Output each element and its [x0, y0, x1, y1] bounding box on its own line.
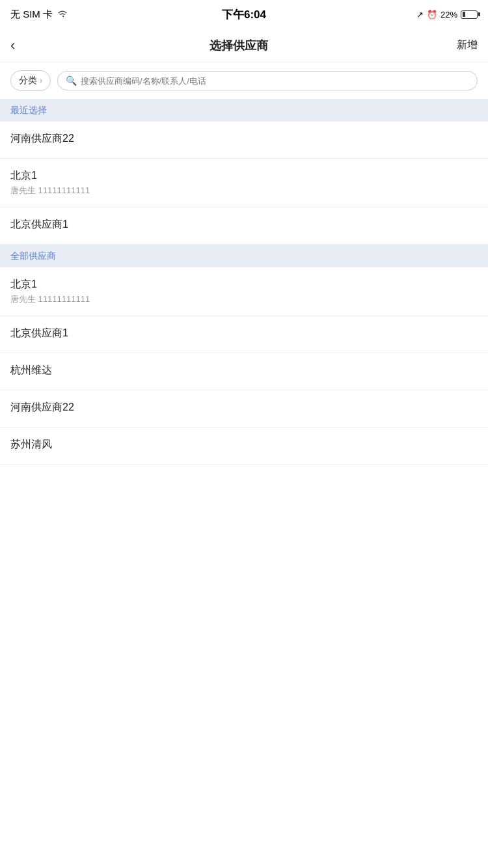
back-button[interactable]: ‹ [10, 32, 20, 59]
item-name: 苏州清风 [10, 438, 478, 452]
item-name: 河南供应商22 [10, 401, 478, 414]
item-name: 北京1 [10, 169, 478, 183]
recent-list: 河南供应商22北京1唐先生 11111111111北京供应商1 [0, 122, 488, 245]
item-sub: 唐先生 11111111111 [10, 185, 478, 197]
all-list: 北京1唐先生 11111111111北京供应商1杭州维达河南供应商22苏州清风 [0, 267, 488, 465]
recent-list-item[interactable]: 北京供应商1 [0, 208, 488, 245]
add-button[interactable]: 新增 [457, 38, 478, 52]
alarm-icon: ⏰ [427, 10, 437, 20]
chevron-right-icon: › [40, 76, 42, 85]
all-list-item[interactable]: 北京1唐先生 11111111111 [0, 267, 488, 316]
status-time: 下午6:04 [222, 7, 266, 22]
battery-icon [461, 10, 478, 19]
status-right: ↗ ⏰ 22% [416, 10, 478, 20]
item-sub: 唐先生 11111111111 [10, 293, 478, 305]
battery-percent: 22% [441, 10, 457, 20]
item-name: 杭州维达 [10, 364, 478, 377]
all-section-label: 全部供应商 [10, 251, 56, 261]
item-name: 北京供应商1 [10, 327, 478, 340]
search-input[interactable] [81, 76, 469, 86]
nav-bar: ‹ 选择供应商 新增 [0, 29, 488, 62]
page-title: 选择供应商 [210, 38, 268, 53]
status-bar: 无 SIM 卡 下午6:04 ↗ ⏰ 22% [0, 0, 488, 29]
location-icon: ↗ [416, 10, 424, 20]
item-name: 北京供应商1 [10, 218, 478, 232]
recent-list-item[interactable]: 河南供应商22 [0, 122, 488, 159]
search-icon: 🔍 [66, 75, 77, 86]
category-label: 分类 [19, 75, 37, 87]
toolbar: 分类 › 🔍 [0, 62, 488, 99]
status-left: 无 SIM 卡 [10, 8, 68, 21]
recent-section-label: 最近选择 [10, 105, 47, 115]
all-list-item[interactable]: 河南供应商22 [0, 390, 488, 427]
search-box[interactable]: 🔍 [57, 71, 478, 90]
item-name: 河南供应商22 [10, 132, 478, 146]
carrier-text: 无 SIM 卡 [10, 8, 53, 21]
all-list-item[interactable]: 杭州维达 [0, 353, 488, 390]
all-list-item[interactable]: 北京供应商1 [0, 316, 488, 353]
recent-list-item[interactable]: 北京1唐先生 11111111111 [0, 159, 488, 208]
all-list-item[interactable]: 苏州清风 [0, 427, 488, 465]
category-filter-button[interactable]: 分类 › [10, 70, 51, 91]
all-section-header: 全部供应商 [0, 245, 488, 267]
recent-section-header: 最近选择 [0, 99, 488, 122]
item-name: 北京1 [10, 278, 478, 292]
wifi-icon [57, 9, 68, 20]
